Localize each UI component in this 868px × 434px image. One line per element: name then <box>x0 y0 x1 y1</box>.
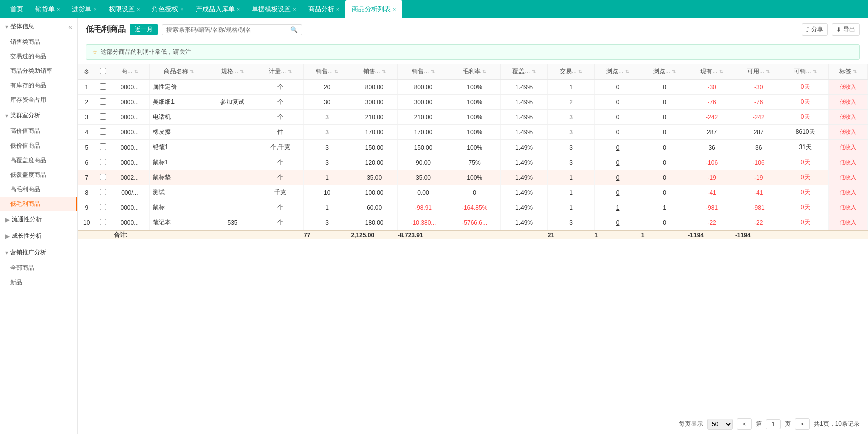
col-settings[interactable]: ⚙ <box>78 64 96 80</box>
nav-product-analysis-close[interactable]: × <box>336 6 339 12</box>
row-checkbox[interactable] <box>96 110 110 125</box>
row-checkbox[interactable] <box>96 140 110 155</box>
sidebar-item-high-value[interactable]: 高价值商品 <box>0 124 77 138</box>
nav-product-entry[interactable]: 产成品入库单 × <box>190 0 246 18</box>
row-checkbox[interactable] <box>96 80 110 95</box>
row-checkbox[interactable] <box>96 185 110 200</box>
row-view1[interactable]: 0 <box>594 95 641 110</box>
notice-icon: ☆ <box>92 49 98 56</box>
nav-product-analysis[interactable]: 商品分析 × <box>302 0 345 18</box>
nav-role-auth[interactable]: 角色授权 × <box>146 0 189 18</box>
sidebar-item-high-coverage[interactable]: 高覆盖度商品 <box>0 153 77 168</box>
col-available[interactable]: 可用... ⇅ <box>735 64 782 80</box>
sidebar-item-low-coverage[interactable]: 低覆盖度商品 <box>0 168 77 182</box>
sidebar-group-flow[interactable]: ▶ 流通性分析 <box>0 211 77 228</box>
sidebar-group-marketing[interactable]: ▾ 营销推广分析 <box>0 244 77 261</box>
sidebar-item-category-rate[interactable]: 商品分类助销率 <box>0 64 77 78</box>
col-sales-qty[interactable]: 销售... ⇅ <box>304 64 351 80</box>
col-unit[interactable]: 计量... ⇅ <box>257 64 304 80</box>
sidebar-item-new-goods[interactable]: 新品 <box>0 275 77 290</box>
col-coverage[interactable]: 覆盖... ⇅ <box>500 64 548 80</box>
row-view1[interactable]: 1 <box>594 200 641 215</box>
table-wrapper[interactable]: ⚙ 商... ⇅ 商品名称 ⇅ <box>78 64 868 414</box>
row-view1[interactable]: 0 <box>594 185 641 200</box>
col-code[interactable]: 商... ⇅ <box>110 64 150 80</box>
col-sales-price[interactable]: 销售... ⇅ <box>351 64 398 80</box>
nav-purchase[interactable]: 进货单 × <box>66 0 102 18</box>
row-view1[interactable]: 0 <box>594 140 641 155</box>
row-checkbox[interactable] <box>96 215 110 231</box>
nav-home[interactable]: 首页 <box>4 0 29 18</box>
next-page-btn[interactable]: ＞ <box>795 418 810 430</box>
share-button[interactable]: ⤴ 分享 <box>802 23 828 36</box>
row-view1[interactable]: 0 <box>594 80 641 95</box>
col-tag[interactable]: 标签 ⇅ <box>829 64 868 80</box>
row-view2: 0 <box>641 125 688 140</box>
col-spec[interactable]: 规格... ⇅ <box>208 64 257 80</box>
content-area: 低毛利商品 近一月 🔍 ⤴ 分享 ⬇ 导出 ☆ 这部分商品的利润非常低，请关注 <box>78 18 868 434</box>
col-sales-profit[interactable]: 销售... ⇅ <box>398 64 449 80</box>
row-trade: 3 <box>548 125 595 140</box>
row-no: 8 <box>78 185 96 200</box>
col-trade[interactable]: 交易... ⇅ <box>548 64 595 80</box>
row-view2: 1 <box>641 200 688 215</box>
col-current[interactable]: 现有... ⇅ <box>688 64 735 80</box>
prev-page-btn[interactable]: ＜ <box>737 418 752 430</box>
col-unit-sort-icon: ⇅ <box>288 69 292 74</box>
row-checkbox[interactable] <box>96 95 110 110</box>
row-spec <box>208 125 257 140</box>
sidebar-group-cluster[interactable]: ▾ 类群室分析 <box>0 107 77 124</box>
sidebar-item-in-stock[interactable]: 有库存的商品 <box>0 78 77 93</box>
nav-product-analysis-list-close[interactable]: × <box>393 6 396 12</box>
row-view1[interactable]: 0 <box>594 110 641 125</box>
search-input[interactable] <box>166 26 290 33</box>
row-view1[interactable]: 0 <box>594 155 641 170</box>
row-sales-profit: 210.00 <box>398 110 449 125</box>
col-view2[interactable]: 浏览... ⇅ <box>641 64 688 80</box>
export-button[interactable]: ⬇ 导出 <box>832 23 860 36</box>
sidebar-item-traded-goods[interactable]: 交易过的商品 <box>0 49 77 64</box>
nav-template-close[interactable]: × <box>293 6 296 12</box>
col-coverage-sort-icon: ⇅ <box>532 69 536 74</box>
row-view1[interactable]: 0 <box>594 170 641 185</box>
row-view1[interactable]: 0 <box>594 125 641 140</box>
collapse-marketing-icon: ▾ <box>5 249 8 256</box>
row-saleable: 0天 <box>782 170 829 185</box>
row-checkbox[interactable] <box>96 155 110 170</box>
nav-permissions-close[interactable]: × <box>137 6 140 12</box>
nav-role-close[interactable]: × <box>180 6 183 12</box>
nav-sales[interactable]: 销货单 × <box>29 0 66 18</box>
nav-product-analysis-list[interactable]: 商品分析列表 × <box>345 0 402 18</box>
col-name[interactable]: 商品名称 ⇅ <box>150 64 208 80</box>
col-gross-margin[interactable]: 毛利率 ⇅ <box>449 64 500 80</box>
sidebar-item-high-margin[interactable]: 高毛利商品 <box>0 182 77 197</box>
sidebar-group-overall[interactable]: ▾ 整体信息 « <box>0 18 77 35</box>
sidebar-group-growth[interactable]: ▶ 成长性分析 <box>0 228 77 244</box>
sidebar-item-low-value[interactable]: 低价值商品 <box>0 138 77 153</box>
per-page-select[interactable]: 50 100 200 <box>707 419 733 430</box>
search-icon[interactable]: 🔍 <box>290 26 298 33</box>
sidebar-item-sales-goods[interactable]: 销售类商品 <box>0 35 77 49</box>
date-filter-btn[interactable]: 近一月 <box>130 24 158 35</box>
select-all-checkbox[interactable] <box>100 68 106 74</box>
settings-icon[interactable]: ⚙ <box>84 68 89 75</box>
row-checkbox[interactable] <box>96 170 110 185</box>
nav-product-entry-close[interactable]: × <box>237 6 240 12</box>
nav-sales-close[interactable]: × <box>57 6 60 12</box>
row-view2: 0 <box>641 155 688 170</box>
nav-purchase-close[interactable]: × <box>93 6 96 12</box>
sidebar-item-inventory-capital[interactable]: 库存资金占用 <box>0 93 77 107</box>
row-view1[interactable]: 0 <box>594 215 641 231</box>
sidebar-collapse-btn[interactable]: « <box>68 23 72 31</box>
row-checkbox[interactable] <box>96 200 110 215</box>
nav-template[interactable]: 单据模板设置 × <box>246 0 302 18</box>
row-sales-profit: 90.00 <box>398 155 449 170</box>
sidebar-item-all-goods[interactable]: 全部商品 <box>0 261 77 275</box>
col-view1[interactable]: 浏览... ⇅ <box>594 64 641 80</box>
col-saleable[interactable]: 可销... ⇅ <box>782 64 829 80</box>
row-code: 0000... <box>110 140 150 155</box>
row-checkbox[interactable] <box>96 125 110 140</box>
col-checkbox[interactable] <box>96 64 110 80</box>
nav-permissions[interactable]: 权限设置 × <box>103 0 146 18</box>
sidebar-item-low-margin[interactable]: 低毛利商品 <box>0 197 77 211</box>
